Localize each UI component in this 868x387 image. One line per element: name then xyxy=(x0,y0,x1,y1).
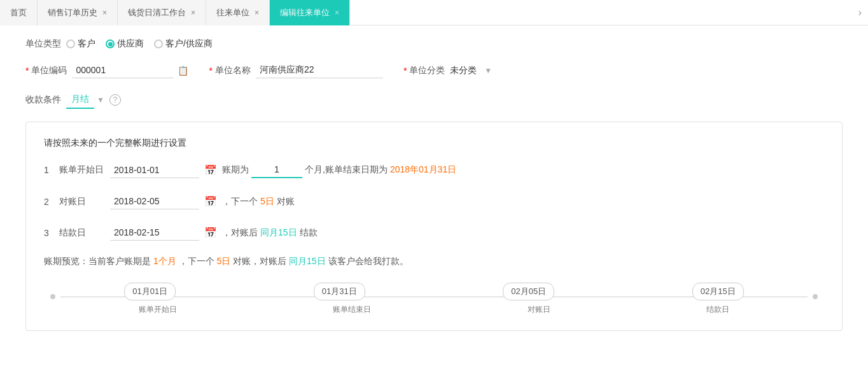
unit-category-label: 单位分类 xyxy=(409,65,445,76)
payment-date-calendar-icon[interactable]: 📅 xyxy=(204,227,217,239)
timeline-label-0: 账单开始日 xyxy=(139,304,177,315)
period-end-date: 2018年01月31日 xyxy=(390,164,456,176)
timeline-labels: 账单开始日 账单结束日 对账日 结款日 xyxy=(60,304,808,315)
preview-text: 账期预览：当前客户账期是 1个月 ，下一个 5日 对账，对账后 同月15日 该客… xyxy=(44,256,824,267)
timeline-labels-row: 账单开始日 账单结束日 对账日 结款日 xyxy=(50,304,818,315)
radio-group-unit-type: 客户 供应商 客户/供应商 xyxy=(66,38,213,50)
unit-type-row: 单位类型 客户 供应商 客户/供应商 xyxy=(25,38,843,50)
timeline-node-3: 02月15日 xyxy=(692,283,744,300)
timeline-container: 01月01日 01月31日 02月05日 02月15日 xyxy=(44,283,824,315)
unit-code-label: 单位编码 xyxy=(31,65,67,76)
tab-partner[interactable]: 往来单位 × xyxy=(206,0,270,25)
period-months-input[interactable] xyxy=(251,162,302,178)
radio-both[interactable]: 客户/供应商 xyxy=(154,38,213,50)
tab-sales-history[interactable]: 销售订单历史 × xyxy=(38,0,118,25)
period-section: 请按照未来的一个完整帐期进行设置 1 账单开始日 📅 账期为 个月,账单结束日期… xyxy=(25,122,843,331)
row-num-1: 1 xyxy=(44,165,59,175)
row-label-3: 结款日 xyxy=(59,227,110,239)
unit-type-label: 单位类型 xyxy=(25,38,61,50)
close-tab-edit-partner[interactable]: × xyxy=(335,8,339,17)
close-tab-daily[interactable]: × xyxy=(191,8,195,17)
timeline-nodes: 01月01日 01月31日 02月05日 02月15日 xyxy=(55,283,813,300)
row-label-2: 对账日 xyxy=(59,196,110,208)
tab-daily-clear[interactable]: 钱货日清工作台 × xyxy=(118,0,206,25)
timeline-start-dot xyxy=(50,294,55,299)
payment-day-highlight: 同月15日 xyxy=(260,227,297,239)
radio-dot-supplier xyxy=(108,42,113,46)
start-date-calendar-icon[interactable]: 📅 xyxy=(204,164,217,176)
radio-circle-supplier xyxy=(106,39,115,48)
main-content: 单位类型 客户 供应商 客户/供应商 * 单位编码 📋 xyxy=(0,25,868,387)
radio-customer[interactable]: 客户 xyxy=(66,38,95,50)
payment-chevron[interactable]: ▼ xyxy=(97,95,104,104)
reconcile-day-highlight: 5日 xyxy=(260,196,274,208)
timeline-badge-0: 01月01日 xyxy=(124,283,176,300)
timeline-node-2: 02月05日 xyxy=(503,283,554,300)
unit-name-group: * 单位名称 xyxy=(209,62,382,78)
row-num-2: 2 xyxy=(44,197,59,207)
timeline-label-3: 结款日 xyxy=(706,304,729,315)
tabs-bar: 首页 销售订单历史 × 钱货日清工作台 × 往来单位 × 编辑往来单位 × › xyxy=(0,0,868,25)
tab-home[interactable]: 首页 xyxy=(0,0,38,25)
timeline-label-2: 对账日 xyxy=(528,304,550,315)
tab-arrow-right[interactable]: › xyxy=(852,7,868,18)
start-date-input[interactable] xyxy=(110,162,199,178)
timeline-badge-1: 01月31日 xyxy=(314,283,365,300)
row-num-3: 3 xyxy=(44,228,59,238)
unit-name-label: 单位名称 xyxy=(215,65,251,76)
unit-name-input[interactable] xyxy=(256,62,383,78)
timeline-badge-2: 02月05日 xyxy=(503,283,554,300)
timeline-label-1: 账单结束日 xyxy=(333,304,371,315)
unit-category-group: * 单位分类 未分类 ▼ xyxy=(403,65,492,76)
unit-code-input[interactable] xyxy=(72,62,174,78)
timeline-node-0: 01月01日 xyxy=(124,283,176,300)
payment-date-input[interactable] xyxy=(110,225,199,241)
timeline-node-1: 01月31日 xyxy=(314,283,365,300)
period-row-3: 3 结款日 📅 ，对账后 同月15日 结款 xyxy=(44,225,824,241)
tab-edit-partner[interactable]: 编辑往来单位 × xyxy=(270,0,350,25)
unit-category-value: 未分类 xyxy=(450,65,477,76)
unit-code-icon[interactable]: 📋 xyxy=(178,66,188,76)
period-row-2: 2 对账日 📅 ，下一个 5日 对账 xyxy=(44,194,824,209)
close-tab-partner[interactable]: × xyxy=(255,8,259,17)
unit-info-row: * 单位编码 📋 * 单位名称 * 单位分类 未分类 ▼ xyxy=(25,62,843,78)
radio-circle-customer xyxy=(66,39,75,48)
preview-period: 1个月 xyxy=(153,256,176,266)
row-1-desc: 账期为 个月,账单结束日期为 2018年01月31日 xyxy=(222,162,456,178)
radio-supplier[interactable]: 供应商 xyxy=(106,38,144,50)
close-tab-sales[interactable]: × xyxy=(102,8,107,17)
preview-reconcile-day: 5日 xyxy=(216,256,230,266)
row-label-1: 账单开始日 xyxy=(59,164,110,176)
section-title: 请按照未来的一个完整帐期进行设置 xyxy=(44,137,824,149)
radio-circle-both xyxy=(154,39,163,48)
payment-dropdown-group: 月结 ▼ xyxy=(66,91,104,109)
unit-category-chevron[interactable]: ▼ xyxy=(484,66,492,75)
preview-payment-day: 同月15日 xyxy=(289,256,326,266)
payment-label: 收款条件 xyxy=(25,94,61,106)
row-2-desc: ，下一个 5日 对账 xyxy=(222,196,295,208)
period-row-1: 1 账单开始日 📅 账期为 个月,账单结束日期为 2018年01月31日 xyxy=(44,162,824,178)
timeline-row: 01月01日 01月31日 02月05日 02月15日 xyxy=(50,283,818,300)
payment-help-icon[interactable]: ? xyxy=(109,94,121,106)
timeline-badge-3: 02月15日 xyxy=(692,283,744,300)
payment-value[interactable]: 月结 xyxy=(66,91,94,109)
unit-code-group: * 单位编码 📋 xyxy=(25,62,188,78)
timeline-end-dot xyxy=(813,294,818,299)
row-3-desc: ，对账后 同月15日 结款 xyxy=(222,227,318,239)
reconcile-date-calendar-icon[interactable]: 📅 xyxy=(204,195,217,208)
payment-row: 收款条件 月结 ▼ ? xyxy=(25,91,843,109)
reconcile-date-input[interactable] xyxy=(110,194,199,209)
